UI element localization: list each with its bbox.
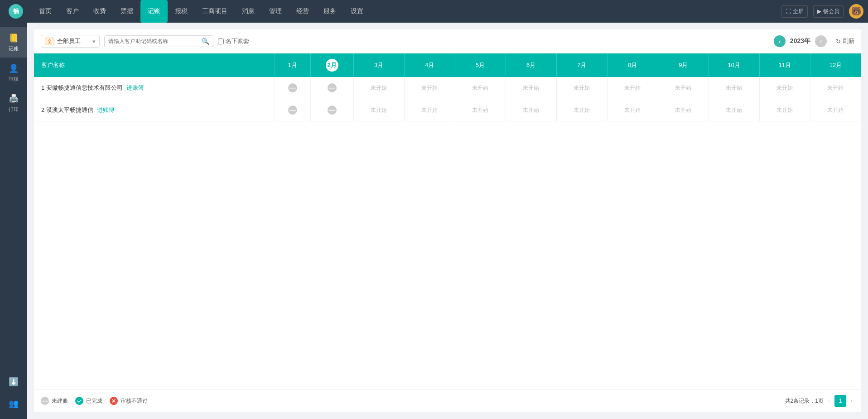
nav-right: ⛶ 全屏 ▶ 畅会员 🐻 [781, 4, 863, 19]
col-header-month-2: 2月 [310, 53, 353, 77]
nav-item-服务[interactable]: 服务 [316, 0, 343, 23]
enter-ledger-link[interactable]: 进账簿 [97, 106, 115, 113]
status-not-started: 未开始 [421, 85, 438, 91]
legend-not-built: — 未建账 [41, 397, 68, 405]
prev-year-button[interactable]: ‹ [774, 35, 786, 47]
refresh-button[interactable]: ↻ 刷新 [836, 37, 854, 45]
client-cell: 2 漠澳太平畅捷通信进账簿 [34, 99, 275, 121]
fullscreen-button[interactable]: ⛶ 全屏 [781, 5, 808, 18]
avatar[interactable]: 🐻 [849, 4, 863, 19]
status-not-started: 未开始 [523, 107, 539, 113]
member-label: 畅会员 [823, 8, 839, 15]
nav-item-记账[interactable]: 记账 [140, 0, 168, 23]
sidebar-bottom-item[interactable]: 👥 [8, 393, 19, 414]
sidebar-bottom-item[interactable]: ⬇️ [8, 371, 19, 393]
status-not-started: 未开始 [675, 85, 691, 91]
nav-items: 首页客户收费票据记账报税工商项目消息管理经营服务设置 [32, 0, 781, 23]
my-accounts-checkbox[interactable] [218, 39, 224, 44]
sidebar-icon-记账: 📒 [8, 33, 19, 43]
employee-select[interactable]: 全 全部员工 ▾ [41, 35, 100, 48]
month-status-cell: 未开始 [658, 77, 709, 99]
col-header-month-12: 12月 [810, 53, 861, 77]
search-icon[interactable]: 🔍 [202, 38, 209, 45]
month-status-cell: 未开始 [404, 99, 455, 121]
sidebar-item-审核[interactable]: 👤审核 [0, 58, 27, 88]
legend-rejected: 审核不通过 [110, 397, 148, 405]
month-status-cell: 未开始 [607, 99, 658, 121]
sidebar-bottom-icon: ⬇️ [8, 376, 19, 387]
refresh-icon: ↻ [836, 38, 841, 45]
status-not-started: 未开始 [675, 107, 691, 113]
col-header-month-8: 8月 [607, 53, 658, 77]
status-not-started: 未开始 [421, 107, 438, 113]
status-not-started: 未开始 [574, 107, 590, 113]
month-status-cell: 未开始 [607, 77, 658, 99]
month-status-cell: 未开始 [404, 77, 455, 99]
status-not-started: 未开始 [776, 85, 793, 91]
status-not-started: 未开始 [523, 85, 539, 91]
col-header-month-9: 9月 [658, 53, 709, 77]
status-not-started: 未开始 [574, 85, 590, 91]
status-dash-icon: — [288, 83, 297, 92]
table-row: 1 安徽畅捷通信息技术有限公司进账簿——未开始未开始未开始未开始未开始未开始未开… [34, 77, 861, 99]
member-icon: ▶ [817, 8, 821, 14]
status-dash-icon: — [288, 106, 297, 115]
month-status-cell: 未开始 [353, 99, 404, 121]
refresh-label: 刷新 [843, 37, 854, 45]
search-input-wrap: 🔍 [104, 35, 213, 47]
prev-page-button[interactable]: ‹ [826, 397, 832, 405]
sidebar-label-审核: 审核 [9, 76, 19, 82]
year-display: 2023年 [790, 37, 810, 45]
sidebar-item-打印[interactable]: 🖨️打印 [0, 88, 27, 118]
enter-ledger-link[interactable]: 进账簿 [126, 84, 144, 91]
toolbar: 全 全部员工 ▾ 🔍 名下账套 ‹ 2023年 › ↻ 刷新 [34, 29, 861, 53]
nav-item-首页[interactable]: 首页 [32, 0, 59, 23]
month-status-cell: 未开始 [556, 77, 607, 99]
col-header-month-3: 3月 [353, 53, 404, 77]
status-not-started: 未开始 [776, 107, 793, 113]
status-not-started: 未开始 [371, 107, 387, 113]
next-year-button[interactable]: › [815, 35, 827, 47]
nav-item-设置[interactable]: 设置 [343, 0, 371, 23]
member-button[interactable]: ▶ 畅会员 [813, 5, 844, 18]
my-accounts-checkbox-label[interactable]: 名下账套 [218, 37, 249, 45]
nav-item-管理[interactable]: 管理 [262, 0, 289, 23]
page-1-button[interactable]: 1 [834, 395, 846, 407]
month-status-cell: — [275, 77, 310, 99]
status-not-started: 未开始 [827, 85, 844, 91]
col-header-month-7: 7月 [556, 53, 607, 77]
status-dash-icon: — [328, 83, 337, 92]
nav-item-消息[interactable]: 消息 [235, 0, 262, 23]
status-not-started: 未开始 [472, 107, 488, 113]
accounts-table: 客户名称1月2月3月4月5月6月7月8月9月10月11月12月 1 安徽畅捷通信… [34, 53, 861, 121]
nav-item-客户[interactable]: 客户 [59, 0, 86, 23]
status-not-started: 未开始 [624, 85, 641, 91]
month-status-cell: 未开始 [658, 99, 709, 121]
nav-item-报税[interactable]: 报税 [168, 0, 195, 23]
nav-item-收费[interactable]: 收费 [86, 0, 113, 23]
month-status-cell: 未开始 [455, 77, 506, 99]
sidebar-bottom: ⬇️👥 [8, 371, 19, 419]
month-status-cell: — [275, 99, 310, 121]
logo-icon: 畅 [9, 4, 23, 19]
col-header-month-5: 5月 [455, 53, 506, 77]
logo: 畅 [5, 4, 27, 19]
month-status-cell: 未开始 [759, 77, 810, 99]
sidebar-label-打印: 打印 [9, 106, 19, 113]
pagination-summary: 共2条记录，1页 [785, 397, 824, 405]
status-not-started: 未开始 [726, 85, 742, 91]
col-header-month-1: 1月 [275, 53, 310, 77]
col-header-month-11: 11月 [759, 53, 810, 77]
month-status-cell: — [310, 99, 353, 121]
nav-item-经营[interactable]: 经营 [289, 0, 316, 23]
next-page-button[interactable]: › [849, 397, 854, 405]
sidebar-bottom-icon: 👥 [8, 398, 19, 409]
nav-item-票据[interactable]: 票据 [113, 0, 140, 23]
search-input[interactable] [108, 38, 199, 44]
client-cell: 1 安徽畅捷通信息技术有限公司进账簿 [34, 77, 275, 99]
legend-completed-label: 已完成 [86, 397, 102, 405]
sidebar-item-记账[interactable]: 📒记账 [0, 27, 27, 58]
nav-item-工商项目[interactable]: 工商项目 [195, 0, 235, 23]
legend-rejected-label: 审核不通过 [121, 397, 148, 405]
client-name: 漠澳太平畅捷通信 [46, 106, 93, 113]
